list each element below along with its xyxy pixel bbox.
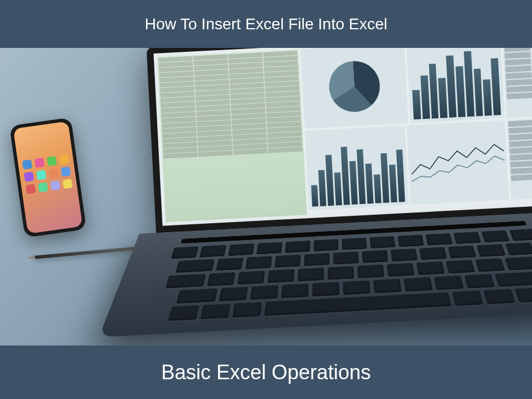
footer-banner: Basic Excel Operations bbox=[0, 345, 532, 399]
header-banner: How To Insert Excel File Into Excel bbox=[0, 0, 532, 48]
phone-app-icon bbox=[50, 180, 60, 190]
spreadsheet-panel bbox=[157, 50, 307, 223]
phone-app-icon bbox=[36, 170, 46, 180]
line-chart-icon bbox=[409, 123, 506, 203]
phone-app-icon bbox=[26, 184, 36, 194]
line-chart-panel bbox=[407, 121, 509, 205]
phone-app-icon bbox=[48, 168, 59, 178]
phone-app-icon bbox=[61, 166, 71, 176]
laptop bbox=[130, 48, 532, 345]
pie-chart-panel bbox=[300, 48, 408, 128]
laptop-screen-frame bbox=[147, 48, 532, 233]
phone-app-icon bbox=[34, 158, 45, 168]
bar-chart-panel bbox=[406, 48, 504, 123]
hero-illustration bbox=[0, 48, 532, 345]
phone-app-icon bbox=[59, 154, 69, 165]
page-title: How To Insert Excel File Into Excel bbox=[145, 15, 388, 33]
data-column bbox=[507, 119, 532, 200]
phone-app-icon bbox=[47, 156, 57, 166]
laptop-screen bbox=[153, 48, 532, 226]
bar-chart-panel bbox=[305, 126, 409, 210]
phone-app-icon bbox=[38, 182, 48, 192]
phone-app-icon bbox=[63, 179, 73, 189]
smartphone bbox=[10, 117, 87, 237]
page-subtitle: Basic Excel Operations bbox=[161, 361, 371, 384]
pie-chart-icon bbox=[328, 60, 382, 113]
phone-app-icon bbox=[24, 172, 34, 182]
phone-screen bbox=[13, 121, 82, 234]
phone-app-icon bbox=[22, 159, 32, 170]
data-column bbox=[503, 48, 532, 118]
